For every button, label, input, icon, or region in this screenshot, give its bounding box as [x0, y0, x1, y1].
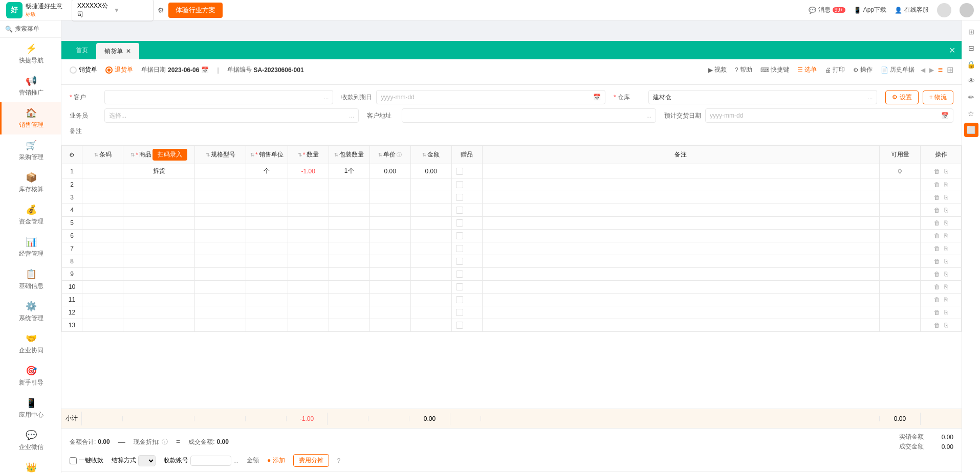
price-cell[interactable]	[369, 191, 410, 204]
amount-cell[interactable]	[410, 281, 451, 294]
pkgqty-cell[interactable]	[329, 204, 369, 217]
right-panel-orange-btn[interactable]: ⬜	[964, 123, 978, 137]
scan-btn[interactable]: 扫码录入	[153, 149, 187, 161]
company-selector[interactable]: XXXXXX公司 ▼	[72, 0, 154, 21]
th-gift[interactable]: 赠品	[451, 146, 482, 164]
qty-cell[interactable]	[288, 230, 329, 242]
right-panel-eye[interactable]: 👁	[964, 74, 978, 88]
gift-cell[interactable]	[451, 191, 482, 204]
spec-cell[interactable]	[195, 319, 246, 332]
pkgqty-cell[interactable]	[329, 178, 369, 191]
sidebar-item-member[interactable]: 👑 畅会员	[0, 457, 61, 473]
copy-icon[interactable]: ⎘	[944, 283, 948, 290]
copy-icon[interactable]: ⎘	[944, 181, 948, 188]
customer-input[interactable]: ...	[104, 90, 333, 104]
price-cell[interactable]	[369, 178, 410, 191]
barcode-cell[interactable]	[82, 294, 123, 306]
product-cell[interactable]	[123, 204, 195, 217]
radio-return[interactable]: 退货单	[105, 65, 133, 74]
delete-icon[interactable]: 🗑	[934, 258, 940, 265]
account-input[interactable]	[190, 456, 231, 466]
qty-cell[interactable]	[288, 242, 329, 255]
amount-cell[interactable]	[410, 242, 451, 255]
salesperson-input[interactable]: 选择... ...	[104, 108, 359, 123]
pkgqty-cell[interactable]	[329, 217, 369, 230]
calendar-icon[interactable]: 📅	[201, 66, 209, 74]
spec-cell[interactable]	[195, 230, 246, 242]
avatar2[interactable]	[960, 3, 974, 17]
pkgqty-cell[interactable]	[329, 191, 369, 204]
barcode-cell[interactable]	[82, 191, 123, 204]
product-cell[interactable]	[123, 268, 195, 281]
spec-cell[interactable]	[195, 217, 246, 230]
unit-cell[interactable]	[246, 242, 288, 255]
cash-discount-info-icon[interactable]: ⓘ	[162, 438, 168, 446]
th-unit[interactable]: ⇅ * 销售单位	[246, 146, 288, 164]
unit-cell[interactable]	[246, 178, 288, 191]
delete-icon[interactable]: 🗑	[934, 271, 940, 278]
th-qty[interactable]: ⇅ * 数量	[288, 146, 329, 164]
toolbar-help-btn[interactable]: ? 帮助	[733, 64, 754, 75]
qty-cell[interactable]: -1.00	[288, 164, 329, 178]
unit-cell[interactable]	[246, 230, 288, 242]
copy-icon[interactable]: ⎘	[944, 207, 948, 214]
toolbar-operate-btn[interactable]: ⚙ 操作	[851, 64, 875, 75]
gift-cell[interactable]	[451, 164, 482, 178]
delete-icon[interactable]: 🗑	[934, 219, 940, 227]
product-cell[interactable]	[123, 178, 195, 191]
gift-checkbox[interactable]	[456, 283, 463, 290]
fee-info-icon[interactable]: ?	[337, 457, 341, 464]
spec-cell[interactable]	[195, 281, 246, 294]
payment-date-input[interactable]: yyyy-mm-dd 📅	[376, 90, 605, 104]
barcode-cell[interactable]	[82, 217, 123, 230]
delete-icon[interactable]: 🗑	[934, 296, 940, 303]
unit-cell[interactable]	[246, 268, 288, 281]
remark-cell[interactable]	[482, 242, 879, 255]
logistics-btn[interactable]: + 物流	[923, 91, 953, 104]
date-value[interactable]: 2023-06-06	[168, 66, 199, 74]
th-price[interactable]: ⇅ 单价 ⓘ	[369, 146, 410, 164]
unit-cell[interactable]	[246, 319, 288, 332]
product-cell[interactable]	[123, 255, 195, 268]
barcode-cell[interactable]	[82, 242, 123, 255]
delete-icon[interactable]: 🗑	[934, 245, 940, 252]
amount-cell[interactable]	[410, 268, 451, 281]
gift-checkbox[interactable]	[456, 181, 463, 188]
gift-cell[interactable]	[451, 268, 482, 281]
copy-icon[interactable]: ⎘	[944, 258, 948, 265]
remark-cell[interactable]	[482, 255, 879, 268]
copy-icon[interactable]: ⎘	[944, 322, 948, 329]
barcode-cell[interactable]	[82, 319, 123, 332]
remark-cell[interactable]	[482, 230, 879, 242]
sidebar-item-basic[interactable]: 📋 基础信息	[0, 263, 61, 296]
th-ops[interactable]: 操作	[921, 146, 962, 164]
sidebar-item-collab[interactable]: 🤝 企业协同	[0, 328, 61, 360]
account-dots-icon[interactable]: ...	[233, 457, 238, 464]
spec-cell[interactable]	[195, 294, 246, 306]
qty-cell[interactable]	[288, 268, 329, 281]
delete-icon[interactable]: 🗑	[934, 207, 940, 214]
delete-icon[interactable]: 🗑	[934, 322, 940, 329]
amount-cell[interactable]: 0.00	[410, 164, 451, 178]
pkgqty-cell[interactable]	[329, 319, 369, 332]
product-cell[interactable]	[123, 191, 195, 204]
unit-cell[interactable]	[246, 294, 288, 306]
pkgqty-cell[interactable]	[329, 281, 369, 294]
spec-cell[interactable]	[195, 306, 246, 319]
th-amount[interactable]: ⇅ 金额	[410, 146, 451, 164]
product-cell[interactable]	[123, 242, 195, 255]
pkgqty-cell[interactable]	[329, 306, 369, 319]
sidebar-item-apps[interactable]: 📱 应用中心	[0, 392, 61, 424]
message-btn[interactable]: 💬 消息 99+	[809, 6, 845, 14]
price-cell[interactable]	[369, 294, 410, 306]
search-menu-item[interactable]: 🔍 搜索菜单	[0, 20, 61, 38]
pkgqty-cell[interactable]	[329, 294, 369, 306]
price-cell[interactable]	[369, 242, 410, 255]
unit-cell[interactable]: 个	[246, 164, 288, 178]
remark-cell[interactable]	[482, 294, 879, 306]
remark-cell[interactable]	[482, 178, 879, 191]
barcode-cell[interactable]	[82, 230, 123, 242]
price-cell[interactable]	[369, 281, 410, 294]
warehouse-input[interactable]: 建材仓 ...	[648, 90, 877, 104]
sidebar-item-wechat[interactable]: 💬 企业微信	[0, 424, 61, 457]
